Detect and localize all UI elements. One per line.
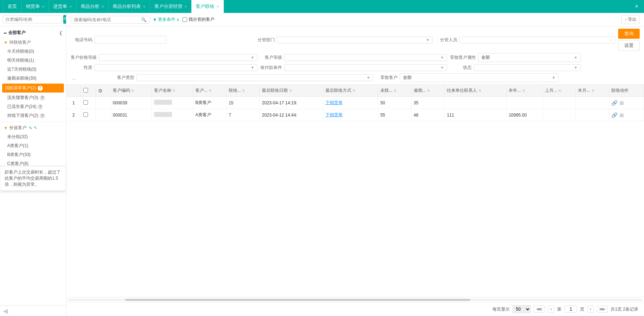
value-add-icon[interactable]: ✎ xyxy=(34,126,37,130)
row1-last-method: 下销货单 xyxy=(323,97,378,109)
prev-page-button[interactable]: ‹ xyxy=(548,306,554,313)
retail-customer-select[interactable]: 全部 ▼ xyxy=(400,73,559,82)
row2-uncontacted: 55 xyxy=(378,109,411,121)
last-page-button[interactable]: ⋙ xyxy=(597,306,608,313)
payment-arrow: ▼ xyxy=(440,66,444,70)
nav-analysis-list[interactable]: 商品分析列表 × xyxy=(108,0,150,13)
nav-analysis-close[interactable]: × xyxy=(102,4,104,9)
nav-customer-segment-close[interactable]: × xyxy=(185,4,187,9)
sidebar-search-button[interactable]: 🔍 xyxy=(63,15,66,24)
sidebar-tomorrow-pending[interactable]: 明天待联络(1) xyxy=(0,56,66,65)
row2-grid-icon[interactable]: ⊞ xyxy=(620,112,624,118)
horizontal-scrollbar[interactable] xyxy=(66,297,644,302)
row1-contact: 15 xyxy=(226,97,260,109)
collapse-icon: ❮ xyxy=(59,30,62,36)
row2-method-link[interactable]: 下销货单 xyxy=(325,112,343,117)
level-sort-icon[interactable]: ⇅ xyxy=(209,89,212,93)
name-sort-icon[interactable]: ⇅ xyxy=(172,89,175,93)
price-level-select[interactable]: ▼ xyxy=(99,54,258,61)
row2-last-month xyxy=(542,109,576,121)
select-all-checkbox[interactable] xyxy=(83,88,88,93)
my-customers-check-input[interactable] xyxy=(182,17,187,22)
this-year-sort-icon[interactable]: ⇅ xyxy=(522,89,525,93)
sidebar-lost[interactable]: 已流失客户(24) ? xyxy=(0,102,66,111)
sidebar-b-customers[interactable]: B类客户(33) xyxy=(0,150,66,159)
last-month-sort-icon[interactable]: ⇅ xyxy=(558,89,561,93)
last-date-sort-icon[interactable]: ⇅ xyxy=(289,89,292,93)
export-button[interactable]: ↑ 导出 xyxy=(621,15,640,24)
sidebar-lost-preview[interactable]: 流失预警客户(3) ? xyxy=(0,93,66,102)
scrollbar-thumb[interactable] xyxy=(125,299,470,301)
sidebar-search-input[interactable] xyxy=(3,15,62,23)
col-this-year: 本年... ⇅ xyxy=(506,85,542,97)
nav-customer-segment[interactable]: 客户分层经营 × xyxy=(150,0,191,13)
ellipsis-button[interactable]: ... xyxy=(71,75,78,81)
phone-input[interactable] xyxy=(94,36,166,44)
payment-select[interactable]: ▼ xyxy=(284,64,447,71)
pending-arrow: ▼ xyxy=(4,40,8,45)
sidebar-left-arrow[interactable]: ◀ xyxy=(3,307,8,315)
nav-customer-contact[interactable]: 客户联络 × xyxy=(191,0,223,13)
contacts-sort-icon[interactable]: ⇅ xyxy=(478,89,481,93)
customer-type-select[interactable]: ▼ xyxy=(136,74,374,81)
code-sort-icon[interactable]: ⇅ xyxy=(131,89,134,93)
table-area: ⚙ 客户编码 ⇅ 客户名称 ⇅ 客户... ⇅ xyxy=(66,85,644,297)
sidebar-persist-decline[interactable]: 持续下滑客户(2) ? xyxy=(0,111,66,120)
per-page-select[interactable]: 50 100 200 xyxy=(513,305,531,313)
sidebar-all-customers[interactable]: ▪▪ 全部客户 ❮ xyxy=(0,28,66,38)
sidebar-repurchase-abnormal[interactable]: 回购异常客户(2) ? xyxy=(2,84,64,93)
row1-method-link[interactable]: 下销货单 xyxy=(325,100,343,105)
sidebar-7days-pending[interactable]: 近7天待联络(0) xyxy=(0,65,66,74)
nav-purchase[interactable]: 进货单 × xyxy=(49,0,76,13)
more-conditions-button[interactable]: ▼ 更多条件 ∧ xyxy=(153,16,180,23)
next-page-button[interactable]: › xyxy=(587,306,594,313)
dept-select[interactable]: ▼ xyxy=(277,37,433,43)
row2-link-icon[interactable]: 🔗 xyxy=(611,112,617,118)
page-number-input[interactable] xyxy=(564,306,577,313)
gear-icon[interactable]: ⚙ xyxy=(98,88,103,94)
nav-sales[interactable]: 销货单 × xyxy=(22,0,49,13)
nav-analysis-list-close[interactable]: × xyxy=(143,4,145,9)
sidebar-a-customers[interactable]: A类客户(1) xyxy=(0,141,66,150)
sidebar-overdue-pending[interactable]: 逾期未联络(30) xyxy=(0,74,66,83)
manager-select[interactable]: ··· xyxy=(459,37,615,43)
nav-home[interactable]: 首页 xyxy=(3,0,22,13)
gender-select[interactable]: ▼ xyxy=(94,64,258,71)
contact-sort-icon[interactable]: ⇅ xyxy=(242,89,245,93)
this-month-sort-icon[interactable]: ⇅ xyxy=(592,89,594,93)
nav-sales-close[interactable]: × xyxy=(42,4,44,9)
row1-link-icon[interactable]: 🔗 xyxy=(611,100,617,106)
payment-label: 收付款条件 xyxy=(260,65,282,71)
col-gear[interactable]: ⚙ xyxy=(96,85,110,97)
retail-customer-label: 零散客户 xyxy=(376,75,398,81)
last-method-sort-icon[interactable]: ⇅ xyxy=(352,89,355,93)
query-button[interactable]: 查询 xyxy=(618,29,640,39)
overdue-sort-icon[interactable]: ⇅ xyxy=(427,89,430,93)
nav-analysis[interactable]: 商品分析 × xyxy=(77,0,108,13)
row1-check[interactable] xyxy=(83,100,88,105)
row1-grid-icon[interactable]: ⊞ xyxy=(620,100,624,106)
status-select[interactable]: ▼ xyxy=(474,64,581,71)
sidebar-today-pending[interactable]: 今天待联络(0) xyxy=(0,47,66,56)
sidebar-ungrouped[interactable]: 未分组(32) xyxy=(0,132,66,141)
customer-level-select[interactable]: ▼ xyxy=(284,54,447,61)
nav-customer-contact-close[interactable]: × xyxy=(217,4,219,9)
uncontacted-sort-icon[interactable]: ⇅ xyxy=(394,89,397,93)
value-edit-icon[interactable]: ✎ xyxy=(29,126,32,131)
sidebar-value-section[interactable]: ▼ 价值客户 ✎ ✎ xyxy=(0,123,66,132)
row2-last-method: 下销货单 xyxy=(323,109,378,121)
col-contacts: 往来单位联系人 ⇅ xyxy=(445,85,506,97)
filter-manager: 分管人员 ··· xyxy=(436,37,615,43)
sidebar-pending-section[interactable]: ▼ 待联络客户 xyxy=(0,38,66,47)
nav-purchase-close[interactable]: × xyxy=(69,4,71,9)
retail-attr-select[interactable]: 全部 ▼ xyxy=(478,53,581,62)
search-input[interactable] xyxy=(74,17,140,22)
window-close-button[interactable]: × xyxy=(632,3,641,10)
page-label: 第 xyxy=(557,306,561,312)
pagination-bar: 每页显示 50 100 200 ⋘ ‹ 第 页 › ⋙ 共1页 2条记录 xyxy=(66,302,644,316)
first-page-button[interactable]: ⋘ xyxy=(534,306,545,313)
row2-check[interactable] xyxy=(83,112,88,117)
my-customers-checkbox[interactable]: 我分管的客户 xyxy=(182,16,214,23)
search-icon: 🔍 xyxy=(141,17,147,22)
setting-button[interactable]: 设置 xyxy=(618,40,640,51)
